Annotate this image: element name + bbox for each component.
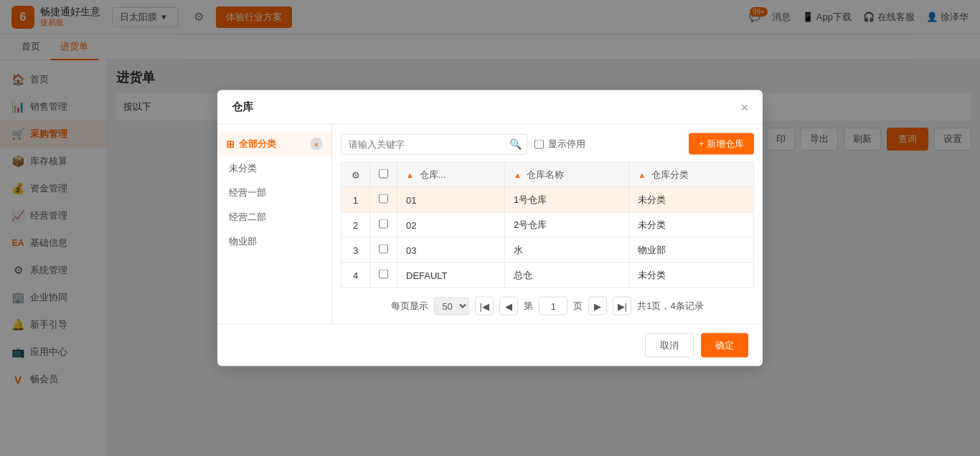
table-body: 1 01 1号仓库 未分类 2 02 2号仓库 未分类 3 (341, 187, 754, 288)
modal-title: 仓库 (232, 100, 253, 114)
warehouse-modal: 仓库 × ⊞ 全部分类 « 未分类 经营一部 经营二部 物业部 🔍 (217, 90, 763, 366)
add-warehouse-button[interactable]: + 新增仓库 (689, 133, 754, 155)
category-panel: ⊞ 全部分类 « 未分类 经营一部 经营二部 物业部 (217, 125, 332, 324)
row-checkbox[interactable] (370, 237, 397, 262)
table-row[interactable]: 1 01 1号仓库 未分类 (341, 187, 754, 212)
next-page-button[interactable]: ▶ (588, 297, 607, 315)
row-category: 物业部 (629, 237, 754, 262)
row-checkbox[interactable] (370, 212, 397, 237)
sort-icon-name: ▲ (514, 171, 522, 179)
warehouse-panel: 🔍 显示停用 + 新增仓库 ⚙ ▲ (332, 125, 763, 324)
cancel-button[interactable]: 取消 (645, 333, 694, 358)
search-icon[interactable]: 🔍 (509, 138, 522, 150)
col-checkbox (370, 162, 397, 187)
all-categories[interactable]: ⊞ 全部分类 « (217, 132, 331, 156)
show-disabled-checkbox[interactable] (534, 139, 544, 148)
modal-body: ⊞ 全部分类 « 未分类 经营一部 经营二部 物业部 🔍 显示停用 + (217, 125, 763, 324)
row-category: 未分类 (629, 212, 754, 237)
prev-page-button[interactable]: ◀ (499, 297, 518, 315)
row-category: 未分类 (629, 187, 754, 212)
warehouse-toolbar: 🔍 显示停用 + 新增仓库 (341, 133, 754, 155)
first-page-button[interactable]: |◀ (475, 297, 494, 315)
category-operation2[interactable]: 经营二部 (217, 205, 331, 229)
sort-icon-cat: ▲ (638, 171, 646, 179)
collapse-icon[interactable]: « (310, 138, 323, 151)
modal-footer: 取消 确定 (217, 324, 763, 366)
confirm-button[interactable]: 确定 (701, 333, 748, 358)
warehouse-table: ⚙ ▲ 仓库... ▲ 仓库名称 ▲ (341, 162, 754, 288)
modal-close-button[interactable]: × (740, 100, 748, 113)
row-num: 4 (341, 262, 370, 288)
last-page-button[interactable]: ▶| (613, 297, 631, 315)
table-header: ⚙ ▲ 仓库... ▲ 仓库名称 ▲ (341, 162, 754, 187)
row-code: 03 (397, 237, 505, 262)
row-num: 2 (341, 212, 370, 237)
row-code: DEFAULT (397, 262, 505, 288)
col-name: ▲ 仓库名称 (504, 162, 629, 187)
row-num: 1 (341, 187, 370, 212)
search-input[interactable] (341, 133, 527, 154)
row-checkbox[interactable] (370, 187, 397, 212)
select-all-checkbox[interactable] (379, 169, 388, 179)
category-unclassified[interactable]: 未分类 (217, 156, 331, 181)
grid-icon: ⊞ (226, 138, 235, 150)
table-row[interactable]: 4 DEFAULT 总仓 未分类 (341, 262, 754, 288)
table-row[interactable]: 3 03 水 物业部 (341, 237, 754, 262)
row-num: 3 (341, 237, 370, 262)
col-code: ▲ 仓库... (397, 162, 505, 187)
category-operation1[interactable]: 经营一部 (217, 181, 331, 205)
category-property[interactable]: 物业部 (217, 229, 331, 254)
row-name: 2号仓库 (504, 212, 629, 237)
pagination: 每页显示 50 |◀ ◀ 第 页 ▶ ▶| 共1页，4条记录 (341, 297, 754, 315)
row-name: 1号仓库 (504, 187, 629, 212)
col-settings: ⚙ (341, 162, 370, 187)
row-code: 02 (397, 212, 505, 237)
table-row[interactable]: 2 02 2号仓库 未分类 (341, 212, 754, 237)
row-name: 总仓 (504, 262, 629, 288)
row-category: 未分类 (629, 262, 754, 288)
modal-header: 仓库 × (217, 90, 763, 125)
search-wrap: 🔍 (341, 133, 527, 154)
show-disabled-label: 显示停用 (534, 138, 585, 151)
row-checkbox[interactable] (370, 262, 397, 288)
page-input[interactable] (539, 297, 567, 315)
sort-icon: ▲ (406, 171, 414, 179)
row-name: 水 (504, 237, 629, 262)
col-category: ▲ 仓库分类 (629, 162, 754, 187)
row-code: 01 (397, 187, 505, 212)
per-page-select[interactable]: 50 (434, 297, 469, 315)
